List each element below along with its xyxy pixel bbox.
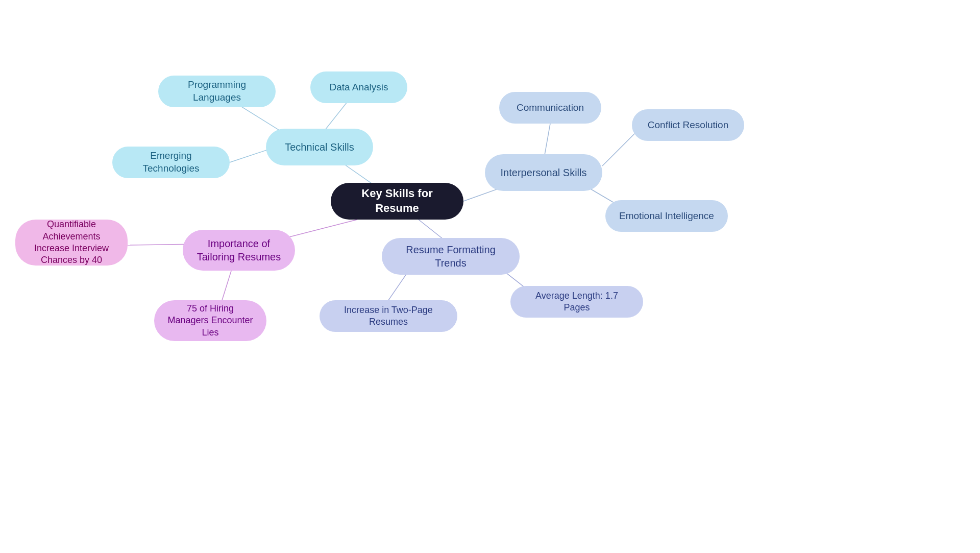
node-conflict-resolution[interactable]: Conflict Resolution xyxy=(632,109,744,141)
node-interpersonal-skills[interactable]: Interpersonal Skills xyxy=(485,154,602,191)
node-resume-formatting[interactable]: Resume Formatting Trends xyxy=(382,238,520,275)
node-average-length[interactable]: Average Length: 1.7 Pages xyxy=(510,286,643,318)
node-emotional-intelligence[interactable]: Emotional Intelligence xyxy=(605,200,728,232)
node-hiring-managers[interactable]: 75 of Hiring Managers Encounter Lies xyxy=(154,300,266,341)
node-two-page-resumes[interactable]: Increase in Two-Page Resumes xyxy=(320,300,457,332)
node-data-analysis[interactable]: Data Analysis xyxy=(310,71,407,103)
node-programming-languages[interactable]: Programming Languages xyxy=(158,76,276,107)
node-technical-skills[interactable]: Technical Skills xyxy=(266,129,373,165)
center-node[interactable]: Key Skills for Resume xyxy=(331,183,463,220)
node-importance-tailoring[interactable]: Importance of Tailoring Resumes xyxy=(183,230,295,271)
node-quantifiable-achievements[interactable]: Quantifiable Achievements Increase Inter… xyxy=(15,220,128,266)
node-communication[interactable]: Communication xyxy=(499,92,601,124)
node-emerging-technologies[interactable]: Emerging Technologies xyxy=(112,147,230,178)
